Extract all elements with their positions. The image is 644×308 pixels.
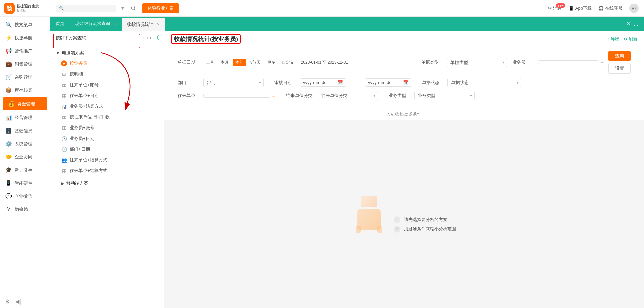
- staff-input[interactable]: [538, 60, 598, 64]
- sidebar-item-corp[interactable]: 🤝 企业协同: [0, 150, 50, 163]
- voucher-status-select[interactable]: 单据状态: [447, 78, 521, 87]
- hardware-icon: 📱: [5, 180, 12, 186]
- date-tab-thisyear[interactable]: 本年: [233, 59, 246, 66]
- sidebar-item-hardware[interactable]: 📱 智能硬件: [0, 176, 50, 190]
- topbar-gear-icon[interactable]: ⚙: [131, 5, 136, 11]
- unit-date-icon: ▦: [61, 93, 67, 98]
- sidebar-nav: 🔍 搜索菜单 ⚡ 快捷导航 📢 营销推广 💼 销售管理 🛒 采购管理 📦 库存核…: [0, 17, 50, 295]
- query-button[interactable]: 查询: [608, 51, 631, 61]
- scheme-item-unit-payment2[interactable]: ▦ 往来单位+结算方式: [50, 165, 164, 176]
- sidebar-item-inventory[interactable]: 📦 库存核算: [0, 84, 50, 97]
- tab-bank-close[interactable]: ✕: [113, 22, 116, 26]
- staff-scheme-icon: ▶: [61, 60, 67, 66]
- tab-home[interactable]: 首页: [50, 17, 70, 31]
- collapse-bar[interactable]: ∧∧ 收起更多条件: [171, 108, 637, 120]
- sidebar-item-sales[interactable]: 💼 销售管理: [0, 57, 50, 70]
- export-button[interactable]: ↑ 导出: [607, 36, 620, 42]
- staff-payment-icon: 📊: [61, 104, 67, 109]
- topbar-search-box[interactable]: 🔍: [56, 5, 116, 12]
- tab-collection[interactable]: 收款情况统计 ✕: [122, 18, 165, 31]
- collapse-footer-icon[interactable]: ◀‖: [15, 298, 22, 305]
- topbar-online-service[interactable]: 🎧 在线客服: [598, 5, 623, 11]
- sidebar-item-member[interactable]: V 畅会员: [0, 203, 50, 215]
- topbar-messages[interactable]: ✉ 消息 99+: [548, 5, 562, 11]
- calendar-start-icon: 📅: [338, 80, 343, 85]
- date-tab-thismonth[interactable]: 本月: [218, 59, 231, 66]
- scheme-item-unit-date[interactable]: ▦ 往来单位+日期: [50, 90, 164, 101]
- date-range-text: 2023-01-01 至 2023-12-31: [301, 60, 348, 65]
- sidebar-item-purchase[interactable]: 🛒 采购管理: [0, 70, 50, 84]
- staff-filter-wrap: ···: [538, 60, 603, 65]
- sidebar-item-search[interactable]: 🔍 搜索菜单: [0, 18, 50, 31]
- biz-type-label: 业务类型: [389, 93, 409, 99]
- mobile-group-arrow: ▶: [61, 181, 64, 186]
- unit-more-btn[interactable]: ...: [272, 93, 275, 98]
- scheme-item-staff-account[interactable]: ▦ 业务员+账号: [50, 122, 164, 133]
- ops-icon: 📊: [5, 114, 12, 121]
- step-1-num: 1: [394, 216, 400, 223]
- topbar-app-download[interactable]: 📱 App下载: [569, 5, 592, 11]
- date-tab-custom[interactable]: 自定义: [279, 59, 297, 66]
- logo-icon: 畅: [4, 3, 15, 14]
- sidebar-item-system[interactable]: ⚙️ 系统管理: [0, 137, 50, 150]
- unit-category-select[interactable]: 往来单位分类: [318, 91, 378, 100]
- desktop-group-header[interactable]: ▼ 电脑端方案: [50, 48, 164, 58]
- topbar-dropdown-icon[interactable]: ▾: [121, 5, 124, 11]
- voucher-type-select[interactable]: 单据类型: [447, 58, 507, 67]
- collapse-label: 收起更多条件: [395, 111, 421, 117]
- unit-input[interactable]: [203, 94, 270, 98]
- scheme-item-by-detail[interactable]: ⊞ 按明细: [50, 69, 164, 80]
- tabbar-close-icon[interactable]: ✕: [626, 21, 631, 27]
- settings-footer-icon[interactable]: ⚙: [5, 298, 10, 305]
- dept-date-icon: 🕐: [61, 147, 67, 152]
- scheme-item-staff-date[interactable]: 🕐 业务员+日期: [50, 133, 164, 144]
- date-tab-7days[interactable]: 近7天: [248, 59, 263, 66]
- left-panel: 按以下方案查询 + ⚙ 《 ▼: [50, 31, 164, 308]
- scheme-item-by-staff[interactable]: ▶ 按业务员: [50, 58, 164, 69]
- collapse-panel-btn[interactable]: 《: [154, 35, 159, 41]
- purchase-icon: 🛒: [5, 74, 12, 80]
- dept-select[interactable]: 部门: [203, 78, 264, 87]
- mobile-group-header[interactable]: ▶ 移动端方案: [56, 178, 159, 188]
- date-tab-more[interactable]: 更多: [265, 59, 278, 66]
- sidebar-item-finance[interactable]: 💰 资金管理: [3, 97, 47, 110]
- voucher-type-label: 单据类型: [421, 59, 441, 65]
- user-avatar[interactable]: Rit: [629, 4, 639, 13]
- staff-more-icon[interactable]: ···: [600, 60, 603, 65]
- tab-bank[interactable]: 现金银行流水查询 ✕: [70, 17, 122, 31]
- left-panel-actions: + ⚙ 《: [142, 35, 159, 41]
- sidebar-item-guide[interactable]: 🎓 新手引导: [0, 163, 50, 176]
- scheme-item-staff-payment[interactable]: 📊 业务员+结算方式: [50, 101, 164, 112]
- sidebar-item-quicknav[interactable]: ⚡ 快捷导航: [0, 31, 50, 44]
- trial-button[interactable]: 体验行业方案: [142, 3, 179, 13]
- scheme-item-dept-date[interactable]: 🕐 部门+日期: [50, 144, 164, 155]
- date-tab-lastmonth[interactable]: 上月: [203, 59, 217, 66]
- sidebar-logo: 畅 畅捷通好生意 标准版: [0, 0, 50, 17]
- tabbar-expand-icon[interactable]: ⛶: [633, 21, 639, 27]
- set-button[interactable]: 设置: [608, 63, 631, 74]
- scheme-item-unit-account[interactable]: ▦ 往来单位+账号: [50, 80, 164, 90]
- scheme-item-unit-dept[interactable]: ▦ 按往来单位+部门+收...: [50, 112, 164, 122]
- review-date-start[interactable]: yyyy-mm-dd: [303, 80, 336, 85]
- biz-type-select[interactable]: 业务类型: [414, 91, 475, 100]
- member-icon: V: [5, 206, 12, 212]
- scheme-item-unit-payment1[interactable]: 👥 往来单位+结算方式: [50, 155, 164, 165]
- refresh-button[interactable]: ↺ 刷新: [624, 36, 637, 42]
- date-label: 单据日期: [178, 59, 198, 65]
- sidebar-item-base[interactable]: 🗄️ 基础信息: [0, 124, 50, 137]
- add-scheme-btn[interactable]: +: [142, 35, 144, 41]
- tab-collection-close[interactable]: ✕: [157, 22, 160, 27]
- sidebar-item-ops[interactable]: 📊 经营管理: [0, 111, 50, 124]
- calendar-end-icon: 📅: [403, 80, 408, 85]
- sidebar-item-wechat[interactable]: 💬 企业微信: [0, 190, 50, 203]
- logo-badge: 标准版: [17, 8, 39, 13]
- staff-date-icon: 🕐: [61, 136, 67, 141]
- quicknav-icon: ⚡: [5, 35, 12, 41]
- sidebar-item-marketing[interactable]: 📢 营销推广: [0, 44, 50, 57]
- scheme-settings-btn[interactable]: ⚙: [147, 35, 151, 41]
- export-icon: ↑: [607, 37, 610, 42]
- step-1-text: 请先选择要分析的方案: [404, 217, 447, 223]
- app-icon: 📱: [569, 6, 574, 11]
- voucher-type-select-wrap: 单据类型 ▾: [447, 58, 507, 67]
- review-date-end[interactable]: yyyy-mm-dd: [368, 80, 401, 85]
